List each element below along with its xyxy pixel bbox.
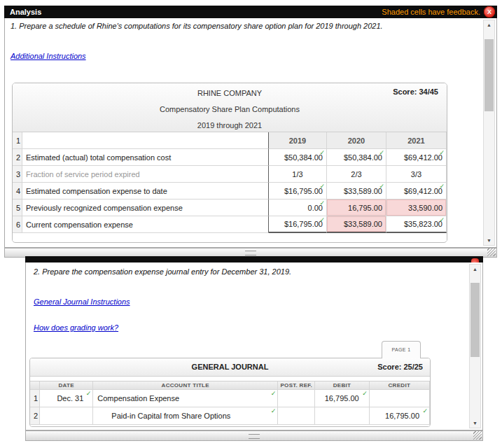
table-row: 4 Estimated compensation expense to date… [13,183,447,200]
year-header: 2019 [269,132,327,149]
row-label: Estimated compensation expense to date [22,183,269,200]
answer-cell[interactable]: $16,795.00✓ [269,183,327,200]
table-row: 6 Current compensation expense $16,795.0… [13,216,447,233]
feedback-shaded-cell[interactable]: $33,589.00 [327,216,386,233]
feedback-shaded-cell[interactable]: 16,795.00 [327,200,386,216]
check-icon: ✓ [362,391,368,397]
account-title-cell[interactable]: Paid-in Capital from Share Options✓ [93,407,278,425]
analysis-window: Analysis Shaded cells have feedback. X 1… [4,6,497,258]
row-number: 3 [13,166,22,183]
journal-grid: DATE ACCOUNT TITLE POST. REF. DEBIT CRED… [30,382,430,425]
table-row: 2 Estimated (actual) total compensation … [13,149,447,166]
check-icon: ✓ [422,408,428,414]
scrollbar-thumb[interactable] [470,283,480,357]
table-footer-strip [13,233,447,241]
empty-header-cell [22,132,269,149]
date-cell[interactable] [40,407,93,425]
analysis-titlebar: Analysis Shaded cells have feedback. X [4,6,497,18]
row-number: 6 [13,216,22,233]
window-title: Analysis [10,8,41,16]
scrollbar: ▲ ▼ [483,20,495,246]
row-number: 1 [13,132,22,149]
check-icon: ✓ [271,408,277,414]
check-icon: ✓ [271,391,277,397]
row-number: 5 [13,200,22,216]
check-icon: ✓ [319,200,325,206]
check-icon: ✓ [439,150,445,156]
column-header-postref: POST. REF. [278,382,315,390]
check-icon: ✓ [439,183,445,190]
post-ref-cell[interactable] [278,390,315,407]
answer-cell[interactable]: $16,795.00✓ [269,216,327,233]
journal-footer-strip [30,425,430,427]
analysis-table-header: Score: 34/45 RHINE COMPANY Compensatory … [13,83,447,132]
table-row: 3 Fraction of service period expired 1/3… [13,166,447,183]
row-number: 4 [13,183,22,200]
row-number: 1 [30,390,40,407]
scrollbar-thumb[interactable] [484,39,494,111]
answer-cell[interactable]: 0.00✓ [269,200,327,216]
journal-window: 2. Prepare the compensation expense jour… [25,256,483,441]
debit-cell[interactable]: 16,795.00✓ [315,390,369,407]
row-label: Estimated (actual) total compensation co… [22,149,269,166]
analysis-grid: 1 2019 2020 2021 2 Estimated (actual) to… [13,132,447,233]
journal-title: GENERAL JOURNAL [30,358,430,376]
grading-help-link[interactable]: How does grading work? [34,323,118,332]
credit-cell[interactable]: 16,795.00✓ [370,407,430,425]
answer-cell[interactable]: $50,384.00✓ [327,149,386,166]
row-number: 2 [13,149,22,166]
post-ref-cell[interactable] [278,407,315,425]
row-label: Previously recognized compensation expen… [22,200,269,216]
answer-cell[interactable]: $35,823.00✓ [386,216,447,233]
row-label: Fraction of service period expired [22,166,269,183]
given-cell: 2/3 [327,166,386,183]
journal-titlebar [25,256,483,262]
table-period: 2019 through 2021 [13,113,447,130]
scroll-down-icon[interactable]: ▼ [470,419,480,428]
feedback-shaded-cell[interactable]: 33,590.00 [386,200,447,216]
answer-cell[interactable]: $50,384.00✓ [269,149,327,166]
year-header: 2020 [327,132,386,149]
scroll-down-icon[interactable]: ▼ [484,236,494,245]
analysis-table: Score: 34/45 RHINE COMPANY Compensatory … [12,83,447,243]
instruction-text: 1. Prepare a schedule of Rhine's computa… [11,22,459,30]
check-icon: ✓ [319,217,325,223]
column-header-account: ACCOUNT TITLE [93,382,278,390]
scroll-up-icon[interactable]: ▲ [470,265,480,274]
account-title-cell[interactable]: Compensation Expense✓ [93,390,278,407]
general-journal-instructions-link[interactable]: General Journal Instructions [34,298,130,306]
close-icon[interactable]: X [484,6,495,18]
column-header-credit: CREDIT [370,382,430,390]
score-badge: Score: 34/45 [393,88,438,96]
row-number: 2 [30,407,40,425]
resize-corner-icon[interactable] [473,431,482,440]
resize-bar[interactable] [25,430,483,441]
date-cell[interactable]: Dec. 31✓ [40,390,93,407]
row-number-header [30,382,40,390]
answer-cell[interactable]: $33,589.00✓ [327,183,386,200]
row-label: Current compensation expense [22,216,269,233]
table-row: 5 Previously recognized compensation exp… [13,200,447,216]
company-title: RHINE COMPANY [13,83,447,97]
check-icon: ✓ [379,150,384,156]
table-row: 1 2019 2020 2021 [13,132,447,149]
journal-column-headers: DATE ACCOUNT TITLE POST. REF. DEBIT CRED… [30,382,430,390]
check-icon: ✓ [379,183,384,190]
additional-instructions-link[interactable]: Additional Instructions [11,52,86,60]
journal-row: 2 Paid-in Capital from Share Options✓ 16… [30,407,430,425]
resize-grip-icon[interactable] [245,251,256,255]
answer-cell[interactable]: $69,412.00✓ [386,149,447,166]
instruction-text: 2. Prepare the compensation expense jour… [34,267,454,276]
resize-corner-icon[interactable] [487,248,496,256]
table-subtitle: Compensatory Share Plan Computations [13,97,447,113]
given-cell: 3/3 [386,166,447,183]
year-header: 2021 [386,132,447,149]
credit-cell[interactable] [370,390,430,407]
answer-cell[interactable]: $69,412.00✓ [386,183,447,200]
scrollbar: ▲ ▼ [469,264,481,428]
page-tab[interactable]: PAGE 1 [382,341,421,358]
resize-grip-icon[interactable] [249,434,260,439]
column-header-date: DATE [40,382,93,390]
scroll-up-icon[interactable]: ▲ [484,20,494,29]
debit-cell[interactable] [315,407,369,425]
